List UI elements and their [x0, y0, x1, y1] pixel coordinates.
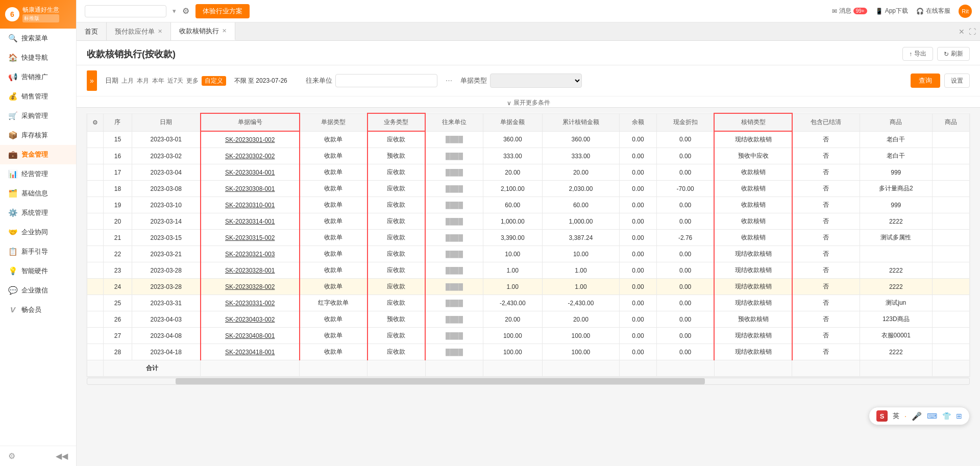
sidebar-item-label: 搜索菜单: [21, 34, 48, 43]
cell-doc-no[interactable]: SK-20230304-001: [201, 164, 300, 181]
cell-doc-no[interactable]: SK-20230403-002: [201, 311, 300, 328]
th-settings[interactable]: ⚙: [87, 113, 104, 131]
cell-doc-type: 收款单: [300, 344, 368, 360]
cell-doc-no[interactable]: SK-20230328-002: [201, 279, 300, 295]
cell-doc-no[interactable]: SK-20230418-001: [201, 344, 300, 360]
sidebar-item-hardware[interactable]: 💡 智能硬件: [0, 261, 76, 281]
sidebar-item-finance[interactable]: 💼 资金管理: [0, 145, 76, 164]
solution-button[interactable]: 体验行业方案: [195, 4, 250, 18]
cell-doc-no[interactable]: SK-20230331-002: [201, 295, 300, 311]
gear-icon[interactable]: ⚙: [182, 6, 189, 16]
dropdown-arrow-icon[interactable]: ▾: [173, 7, 176, 15]
cell-no: 21: [104, 230, 132, 246]
cell-amount: 60.00: [483, 197, 542, 213]
cell-doc-type: 收款单: [300, 181, 368, 197]
th-discount: 现金折扣: [656, 113, 714, 131]
topbar: ▾ ⚙ 体验行业方案 ✉ 消息 99+ 📱 App下载 🎧 在线客服 Rit: [77, 0, 980, 22]
date-last-month[interactable]: 上月: [121, 77, 134, 85]
cell-doc-no[interactable]: SK-20230308-001: [201, 181, 300, 197]
cell-discount: -70.00: [656, 181, 714, 197]
cell-partner: ████: [425, 148, 483, 164]
sidebar-item-operation[interactable]: 📊 经营管理: [0, 164, 76, 184]
ime-grid-icon[interactable]: ⊞: [956, 412, 962, 420]
cell-doc-type: 收款单: [300, 148, 368, 164]
cell-doc-no[interactable]: SK-20230301-002: [201, 131, 300, 148]
cell-doc-no[interactable]: SK-20230302-002: [201, 148, 300, 164]
ime-shirt-icon[interactable]: 👕: [942, 412, 951, 420]
page-header-section: 收款核销执行(按收款) ↑ 导出 ↻ 刷新 » 日期: [77, 41, 980, 108]
cell-amount: 333.00: [483, 148, 542, 164]
refresh-button[interactable]: ↻ 刷新: [937, 47, 970, 61]
sidebar-item-guide[interactable]: 📋 新手引导: [0, 242, 76, 261]
date-this-month[interactable]: 本月: [137, 77, 149, 85]
ime-dot-icon[interactable]: ·: [904, 412, 906, 420]
tab-prepay-close[interactable]: ✕: [158, 28, 162, 35]
sidebar-item-sales[interactable]: 💰 销售管理: [0, 87, 76, 106]
cell-partner: ████: [425, 197, 483, 213]
ime-keyboard-icon[interactable]: ⌨: [927, 412, 937, 420]
service-item[interactable]: 🎧 在线客服: [916, 7, 950, 15]
date-7days[interactable]: 近7天: [167, 77, 183, 85]
sidebar-item-basic[interactable]: 🗂️ 基础信息: [0, 184, 76, 203]
receipt-type-select[interactable]: [490, 73, 582, 88]
sidebar-item-purchase[interactable]: 🛒 采购管理: [0, 106, 76, 126]
cell-amount: 1.00: [483, 262, 542, 279]
cell-balance: 0.00: [619, 164, 656, 181]
cell-amount: 100.00: [483, 328, 542, 344]
tab-collection-close[interactable]: ✕: [222, 28, 227, 34]
cell-goods2: [932, 181, 969, 197]
export-button[interactable]: ↑ 导出: [902, 47, 933, 61]
ime-mic-icon[interactable]: 🎤: [912, 411, 922, 421]
tab-maximize-icon[interactable]: ⛶: [969, 28, 976, 36]
cell-doc-type: 红字收款单: [300, 295, 368, 311]
cell-discount: -2.76: [656, 230, 714, 246]
cell-doc-no[interactable]: SK-20230314-001: [201, 213, 300, 230]
filter-expand-button[interactable]: »: [87, 70, 97, 91]
cell-goods2: [932, 295, 969, 311]
cell-balance: 0.00: [619, 279, 656, 295]
tab-collection-label: 收款核销执行: [179, 27, 219, 36]
tab-home[interactable]: 首页: [77, 22, 107, 40]
table-footer-row: 合计: [87, 360, 970, 377]
date-custom-btn[interactable]: 自定义: [202, 76, 226, 86]
cell-goods2: [932, 213, 969, 230]
sidebar-item-inventory[interactable]: 📦 库存核算: [0, 126, 76, 145]
user-avatar[interactable]: Rit: [959, 5, 972, 18]
cell-balance: 0.00: [619, 148, 656, 164]
app-download-item[interactable]: 📱 App下载: [875, 7, 908, 15]
cell-doc-no[interactable]: SK-20230328-001: [201, 262, 300, 279]
sidebar-item-enterprise[interactable]: 🤝 企业协同: [0, 223, 76, 242]
finance-icon: 💼: [8, 150, 17, 159]
settings-filter-button[interactable]: 设置: [944, 73, 970, 88]
horizontal-scrollbar[interactable]: [87, 378, 970, 385]
date-more[interactable]: 更多: [186, 77, 199, 85]
sidebar-item-search[interactable]: 🔍 搜索菜单: [0, 29, 76, 48]
sidebar-item-system[interactable]: ⚙️ 系统管理: [0, 203, 76, 223]
expand-more-conditions[interactable]: ∨ 展开更多条件: [77, 99, 980, 107]
query-button[interactable]: 查询: [911, 73, 940, 88]
tab-collection[interactable]: 收款核销执行 ✕: [171, 22, 235, 40]
cell-balance: 0.00: [619, 230, 656, 246]
th-amount: 单据金额: [483, 113, 542, 131]
cell-doc-no[interactable]: SK-20230315-002: [201, 230, 300, 246]
collapse-icon[interactable]: ◀◀: [56, 451, 68, 461]
sidebar-item-member[interactable]: V 畅会员: [0, 300, 76, 320]
topbar-search-input[interactable]: [85, 5, 166, 17]
footer-verify-type: [714, 360, 792, 377]
message-item[interactable]: ✉ 消息 99+: [832, 7, 867, 15]
date-this-year[interactable]: 本年: [152, 77, 164, 85]
tab-prepay[interactable]: 预付款应付单 ✕: [107, 22, 171, 40]
settings-footer-icon[interactable]: ⚙: [8, 451, 15, 461]
sidebar-item-marketing[interactable]: 📢 营销推广: [0, 67, 76, 87]
partner-filter-input[interactable]: [335, 74, 437, 87]
sidebar-item-quick-nav[interactable]: 🏠 快捷导航: [0, 48, 76, 67]
cell-doc-no[interactable]: SK-20230310-001: [201, 197, 300, 213]
cell-discount: 0.00: [656, 148, 714, 164]
cell-doc-no[interactable]: SK-20230408-001: [201, 328, 300, 344]
tabbar: 首页 预付款应付单 ✕ 收款核销执行 ✕ ✕ ⛶: [77, 22, 980, 41]
sidebar-item-wechat[interactable]: 💬 企业微信: [0, 281, 76, 300]
cell-doc-no[interactable]: SK-20230321-003: [201, 246, 300, 262]
cell-no: 25: [104, 295, 132, 311]
tab-close-all-icon[interactable]: ✕: [959, 28, 965, 36]
cell-amount: 1,000.00: [483, 213, 542, 230]
